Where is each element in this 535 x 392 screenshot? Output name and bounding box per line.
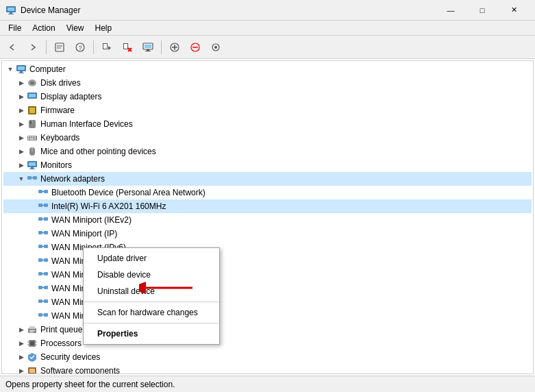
expand-firmware[interactable]: ▶	[16, 105, 27, 116]
tree-item-display[interactable]: ▶ Display adapters	[3, 90, 532, 103]
svg-rect-69	[44, 245, 48, 248]
ctx-properties[interactable]: Properties	[84, 326, 219, 342]
tree-item-intel-wifi[interactable]: ▶ Intel(R) Wi-Fi 6 AX201 160MHz	[3, 199, 532, 213]
tree-label-wan-ikev2: WAN Miniport (IKEv2)	[51, 215, 132, 225]
expand-monitors[interactable]: ▶	[16, 160, 27, 171]
expand-security[interactable]: ▶	[16, 352, 27, 363]
ctx-scan-label: Scan for hardware changes	[97, 308, 198, 317]
tree-label-display: Display adapters	[40, 92, 101, 101]
ctx-properties-label: Properties	[97, 329, 138, 339]
svg-rect-72	[44, 258, 48, 262]
device-tree[interactable]: ▼ Computer ▶ Disk drives ▶ Display adapt…	[1, 60, 534, 374]
icon-wan-l2tp	[38, 256, 49, 267]
svg-rect-74	[38, 272, 42, 275]
close-button[interactable]: ✕	[498, 0, 530, 21]
svg-rect-42	[32, 136, 34, 138]
tree-label-hid: Human Interface Devices	[40, 119, 133, 129]
svg-rect-57	[44, 190, 48, 193]
status-text: Opens property sheet for the current sel…	[5, 380, 175, 389]
tree-label-monitors: Monitors	[40, 160, 72, 170]
expand-disk[interactable]: ▶	[16, 77, 27, 88]
icon-security	[27, 352, 38, 363]
menu-action[interactable]: Action	[27, 21, 60, 35]
minimize-button[interactable]: —	[435, 0, 466, 21]
tree-item-wan-ip[interactable]: WAN Miniport (IP)	[3, 227, 532, 241]
svg-rect-33	[29, 94, 36, 97]
svg-rect-54	[33, 176, 37, 180]
svg-rect-18	[145, 51, 151, 51]
toolbar-help[interactable]: ?	[71, 38, 90, 57]
svg-rect-1	[8, 8, 14, 11]
icon-bluetooth	[38, 187, 49, 198]
svg-rect-10	[103, 44, 107, 49]
icon-keyboard	[27, 132, 38, 143]
svg-rect-78	[44, 286, 48, 289]
expand-computer[interactable]: ▼	[5, 64, 16, 75]
tree-item-disk-drives[interactable]: ▶ Disk drives	[3, 76, 532, 90]
expand-hid[interactable]: ▶	[16, 119, 27, 130]
svg-rect-81	[44, 299, 48, 303]
tree-item-computer[interactable]: ▼ Computer	[3, 62, 532, 76]
svg-rect-35	[29, 108, 35, 113]
expand-keyboards[interactable]: ▶	[16, 132, 27, 143]
toolbar-back[interactable]	[3, 38, 22, 57]
main-content: ▼ Computer ▶ Disk drives ▶ Display adapt…	[0, 59, 535, 376]
tree-item-hid[interactable]: ▶ Human Interface Devices	[3, 117, 532, 131]
tree-item-bluetooth[interactable]: ▶ Bluetooth Device (Personal Area Networ…	[3, 186, 532, 199]
menu-bar: File Action View Help	[0, 21, 535, 36]
tree-item-wan-ikev2[interactable]: WAN Miniport (IKEv2)	[3, 213, 532, 227]
expand-display[interactable]: ▶	[16, 91, 27, 102]
tree-label-wan-ip: WAN Miniport (IP)	[51, 229, 117, 238]
icon-monitors	[27, 160, 38, 171]
toolbar-update[interactable]	[97, 38, 116, 57]
ctx-update-driver[interactable]: Update driver	[84, 250, 219, 267]
menu-view[interactable]: View	[61, 21, 90, 35]
tree-item-software-comp[interactable]: ▶ Software components	[3, 364, 532, 374]
expand-processors[interactable]: ▶	[16, 338, 27, 349]
window-controls: — □ ✕	[435, 0, 530, 21]
toolbar-add[interactable]	[165, 38, 184, 57]
menu-file[interactable]: File	[3, 21, 27, 35]
tree-label-security: Security devices	[40, 352, 100, 362]
toolbar-uninstall[interactable]	[118, 38, 137, 57]
svg-rect-88	[29, 330, 35, 331]
svg-rect-56	[38, 190, 42, 193]
menu-help[interactable]: Help	[90, 21, 118, 35]
tree-label-computer: Computer	[29, 64, 66, 74]
svg-point-31	[30, 82, 34, 84]
svg-rect-50	[29, 162, 36, 166]
toolbar-refresh[interactable]	[206, 38, 225, 57]
tree-item-keyboards[interactable]: ▶ Keyboards	[3, 131, 532, 145]
tree-item-mice[interactable]: ▶ Mice and other pointing devices	[3, 145, 532, 158]
svg-point-25	[214, 46, 217, 49]
svg-rect-43	[34, 136, 36, 138]
window-title: Device Manager	[21, 5, 435, 15]
svg-rect-16	[145, 45, 151, 48]
tree-label-software-comp: Software components	[40, 366, 120, 374]
tree-label-processors: Processors	[40, 339, 82, 348]
ctx-uninstall-device[interactable]: Uninstall device	[84, 283, 219, 299]
tree-item-monitors[interactable]: ▶ Monitors	[3, 158, 532, 172]
toolbar-remove[interactable]	[186, 38, 205, 57]
tree-label-print: Print queues	[40, 325, 86, 334]
toolbar-forward[interactable]	[23, 38, 42, 57]
icon-firmware	[27, 105, 38, 116]
tree-item-network-adapters[interactable]: ▼ Network adapters	[3, 172, 532, 186]
maximize-button[interactable]: □	[466, 0, 498, 21]
toolbar-properties[interactable]	[50, 38, 69, 57]
expand-software-comp[interactable]: ▶	[16, 365, 27, 374]
tree-label-wifi: Intel(R) Wi-Fi 6 AX201 160MHz	[51, 201, 166, 211]
icon-wan-netmon	[38, 269, 49, 280]
toolbar-scan[interactable]	[138, 38, 158, 57]
svg-rect-45	[30, 138, 34, 140]
ctx-scan-hardware[interactable]: Scan for hardware changes	[84, 304, 219, 321]
ctx-disable-device[interactable]: Disable device	[84, 267, 219, 283]
expand-mice[interactable]: ▶	[16, 146, 27, 157]
app-icon	[5, 5, 16, 16]
expand-network[interactable]: ▼	[16, 173, 27, 184]
toolbar-sep-1	[46, 40, 47, 54]
tree-item-firmware[interactable]: ▶ Firmware	[3, 103, 532, 117]
expand-print[interactable]: ▶	[16, 324, 27, 335]
tree-item-security[interactable]: ▶ Security devices	[3, 350, 532, 364]
svg-rect-84	[44, 313, 48, 317]
